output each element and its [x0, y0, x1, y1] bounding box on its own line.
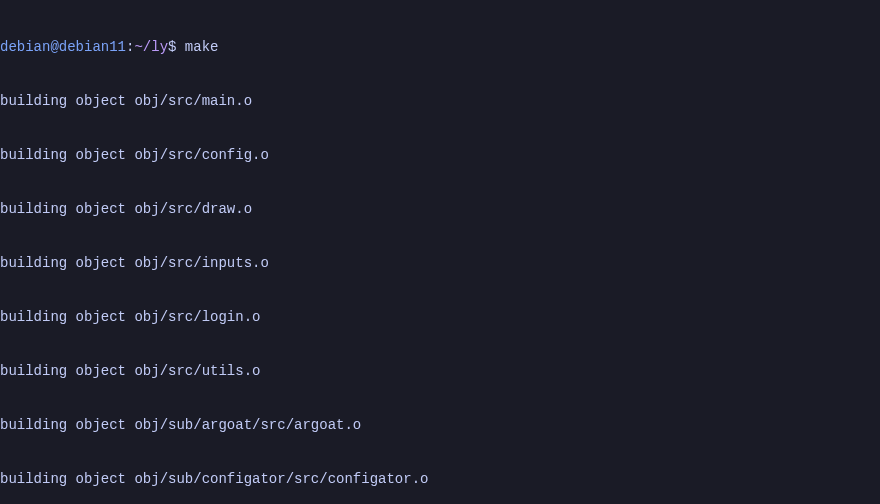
- prompt-colon: :: [126, 38, 134, 56]
- command-input: make: [185, 38, 219, 56]
- output-line: building object obj/src/main.o: [0, 92, 880, 110]
- output-line: building object obj/sub/configator/src/c…: [0, 470, 880, 488]
- output-line: building object obj/src/config.o: [0, 146, 880, 164]
- output-line: building object obj/src/inputs.o: [0, 254, 880, 272]
- prompt-user-host: debian@debian11: [0, 38, 126, 56]
- output-line: building object obj/sub/argoat/src/argoa…: [0, 416, 880, 434]
- prompt-path: ~/ly: [134, 38, 168, 56]
- prompt-dollar: $: [168, 38, 185, 56]
- output-line: building object obj/src/login.o: [0, 308, 880, 326]
- output-line: building object obj/src/utils.o: [0, 362, 880, 380]
- output-line: building object obj/src/draw.o: [0, 200, 880, 218]
- terminal-window[interactable]: debian@debian11:~/ly$ make building obje…: [0, 2, 880, 504]
- prompt-line: debian@debian11:~/ly$ make: [0, 38, 880, 56]
